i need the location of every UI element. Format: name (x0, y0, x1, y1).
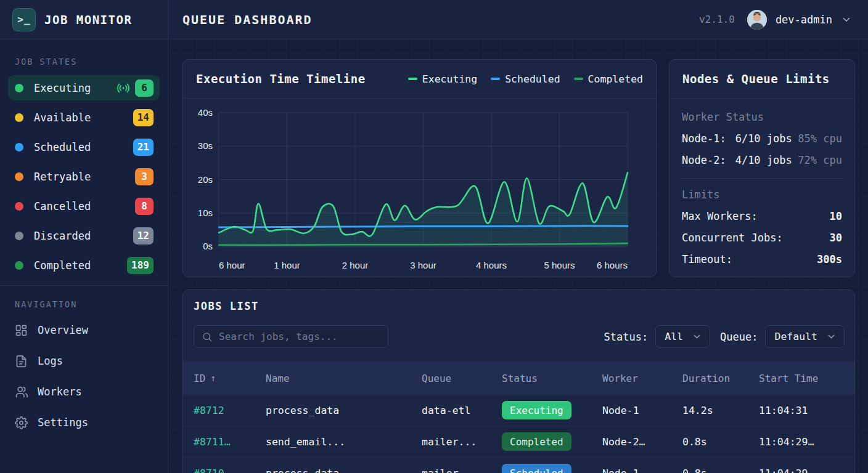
live-broadcast-icon (117, 81, 130, 95)
worker-status-list: Node-1:6/10 jobs85% cpuNode-2:4/10 jobs7… (682, 132, 842, 166)
sidebar-state-executing[interactable]: Executing6 (8, 75, 160, 100)
column-header-duration[interactable]: Duration (682, 373, 759, 384)
column-label: Start Time (759, 373, 818, 384)
node-cpu: 72% cpu (798, 154, 842, 166)
nav-item-settings[interactable]: Settings (8, 410, 160, 435)
legend-swatch (574, 78, 583, 80)
job-states-heading: JOB STATES (15, 57, 160, 67)
column-header-id[interactable]: ID↑ (194, 373, 266, 384)
user-menu[interactable]: dev-admin (776, 14, 832, 26)
table-row[interactable]: #8710process_datamailerScheduledNode-10.… (183, 458, 854, 473)
column-label: Worker (602, 373, 638, 384)
state-label: Available (34, 111, 91, 124)
sidebar-divider (0, 285, 168, 286)
sidebar-state-available[interactable]: Available14 (8, 105, 160, 130)
navigation-heading: NAVIGATION (15, 299, 160, 309)
chevron-down-icon[interactable] (841, 14, 852, 25)
limit-label: Max Workers: (682, 210, 758, 222)
sidebar-state-cancelled[interactable]: Cancelled8 (8, 193, 160, 219)
svg-text:5 hours: 5 hours (544, 260, 575, 270)
job-worker: Node-1 (602, 405, 682, 416)
terminal-logo-icon: >_ (12, 8, 36, 31)
job-id-link[interactable]: #8710 (194, 467, 266, 473)
filter-selected-value: Default (774, 331, 817, 342)
limit-label: Concurrent Jobs: (682, 232, 783, 244)
users-icon (15, 386, 28, 398)
sidebar-state-scheduled[interactable]: Scheduled21 (8, 134, 160, 160)
legend-label: Completed (588, 73, 643, 85)
worker-status-row: Node-1:6/10 jobs85% cpu (682, 132, 842, 145)
state-label: Executing (34, 82, 91, 94)
state-label: Completed (34, 259, 91, 272)
nodes-queue-limits-card: Nodes & Queue Limits Worker Status Node-… (669, 59, 855, 277)
chevron-down-icon (826, 331, 837, 342)
jobs-controls: Status:AllQueue:Default (194, 325, 845, 362)
nav-item-workers[interactable]: Workers (8, 379, 160, 404)
chevron-down-icon (692, 331, 702, 342)
table-row[interactable]: #8712process_datadata-etlExecutingNode-1… (183, 395, 854, 426)
job-duration: 0.8s (682, 436, 759, 448)
jobs-list-title: JOBS LIST (194, 300, 845, 312)
column-label: Name (266, 373, 290, 384)
execution-time-chart: 0s10s20s30s40s6 hour1 hour2 hour3 hour4 … (183, 99, 656, 280)
svg-text:0s: 0s (203, 241, 213, 251)
jobs-list-card: JOBS LIST Status:AllQueue:Default ID↑Nam… (182, 289, 855, 473)
search-input[interactable] (219, 331, 380, 342)
version-label: v2.1.0 (699, 14, 735, 25)
svg-text:2 hour: 2 hour (342, 260, 369, 270)
main-content: Execution Time Timeline ExecutingSchedul… (168, 39, 868, 473)
limit-row: Timeout:300s (682, 253, 842, 265)
user-avatar[interactable] (747, 10, 767, 30)
column-header-status[interactable]: Status (502, 373, 602, 384)
nav-item-label: Settings (38, 416, 88, 429)
sidebar-state-retryable[interactable]: Retryable3 (8, 164, 160, 189)
navigation-list: OverviewLogsWorkersSettings (8, 318, 160, 435)
column-header-queue[interactable]: Queue (422, 373, 502, 384)
job-id-link[interactable]: #8712 (194, 405, 266, 416)
job-worker: Node-2… (602, 436, 682, 448)
column-header-start-time[interactable]: Start Time (759, 373, 854, 384)
state-label: Discarded (34, 230, 91, 242)
limit-value: 30 (830, 232, 842, 244)
nav-item-logs[interactable]: Logs (8, 349, 160, 373)
search-box[interactable] (194, 325, 388, 348)
column-label: Duration (682, 373, 730, 384)
job-states-list: Executing6Available14Scheduled21Retryabl… (8, 75, 160, 278)
nav-item-overview[interactable]: Overview (8, 318, 160, 342)
app-root: >_ JOB MONITOR QUEUE DASHBOARD v2.1.0 de… (0, 0, 868, 473)
top-row: Execution Time Timeline ExecutingSchedul… (182, 59, 855, 277)
job-worker: Node-1 (602, 467, 682, 473)
job-status-cell: Scheduled (502, 464, 602, 473)
filter-select-status[interactable]: All (655, 325, 710, 348)
sidebar-state-discarded[interactable]: Discarded12 (8, 223, 160, 248)
state-count-badge: 6 (135, 79, 154, 97)
chart-card-header: Execution Time Timeline ExecutingSchedul… (183, 60, 656, 99)
jobs-table-body: #8712process_datadata-etlExecutingNode-1… (183, 395, 854, 473)
limits-list: Max Workers:10Concurrent Jobs:30Timeout:… (682, 210, 842, 265)
state-count-badge: 14 (133, 109, 154, 126)
column-header-name[interactable]: Name (266, 373, 422, 384)
state-label: Scheduled (34, 141, 91, 153)
limit-row: Concurrent Jobs:30 (682, 232, 842, 244)
sort-asc-icon: ↑ (210, 373, 216, 384)
job-start-time: 11:04:29 (759, 467, 854, 473)
worker-status-heading: Worker Status (682, 111, 842, 123)
job-queue: mailer (422, 467, 502, 473)
nav-item-label: Logs (38, 355, 63, 367)
nav-item-label: Overview (38, 324, 88, 336)
gear-icon (15, 416, 28, 429)
filter-select-queue[interactable]: Default (765, 325, 845, 348)
state-count-badge: 21 (133, 139, 154, 156)
limit-value: 10 (830, 210, 842, 222)
sidebar-state-completed[interactable]: Completed189 (8, 253, 160, 278)
legend-item-executing: Executing (408, 73, 477, 85)
node-jobs: 6/10 jobs (735, 132, 792, 145)
filter-selected-value: All (665, 331, 683, 342)
job-name: process_data (266, 405, 422, 416)
column-header-worker[interactable]: Worker (602, 373, 682, 384)
table-row[interactable]: #8711…send_email...mailer...CompletedNod… (183, 426, 854, 458)
job-status-cell: Executing (502, 401, 602, 419)
job-id-link[interactable]: #8711… (194, 436, 266, 448)
jobs-card-header: JOBS LIST Status:AllQueue:Default (183, 290, 854, 362)
legend-label: Scheduled (505, 73, 560, 85)
